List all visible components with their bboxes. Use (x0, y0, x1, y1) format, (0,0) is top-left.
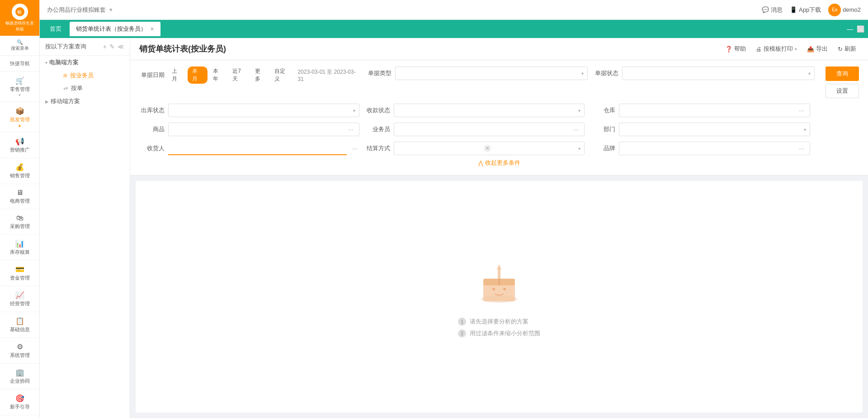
edit-scheme-button[interactable]: ✎ (109, 43, 115, 50)
doc-type-caret-icon: ▾ (581, 71, 584, 76)
sidebar-item-ecommerce[interactable]: 🖥 电商管理 (0, 184, 39, 209)
message-icon: 💬 (762, 6, 769, 13)
tip-text-1: 请先选择要分析的方案 (470, 318, 528, 326)
breadcrumb-arrow[interactable]: ▾ (109, 6, 113, 13)
sidebar-item-label: 营销推广 (10, 147, 30, 153)
tab-sales-stat[interactable]: 销货单统计表（按业务员） ✕ (70, 22, 160, 36)
tree-mobile-section[interactable]: ▶ 移动端方案 (40, 95, 130, 108)
collapse-panel-button[interactable]: ≪ (118, 43, 124, 50)
order-scheme-icon: ⇌ (63, 85, 68, 92)
tree-item-salesman[interactable]: 按 按业务员 (51, 69, 130, 82)
warehouse-dots[interactable]: ··· (797, 107, 806, 114)
sidebar-item-retail[interactable]: 🛒 零售管理 ▾ (0, 72, 39, 102)
sidebar-item-marketing[interactable]: 📢 营销推广 (0, 133, 39, 158)
topbar-left: 办公用品行业模拟账套 ▾ (47, 6, 113, 14)
right-panel: 销货单统计表(按业务员) ❓ 帮助 🖨 按模板打印 ▾ 📤 导出 (130, 38, 868, 418)
payment-status-caret-icon: ▾ (578, 108, 580, 113)
sidebar-item-basic[interactable]: 📋 基础信息 (0, 312, 39, 338)
query-button[interactable]: 查询 (826, 66, 859, 81)
consignee-input[interactable] (168, 142, 347, 155)
ecommerce-icon: 🖥 (16, 189, 24, 197)
doc-status-select[interactable]: ▾ (622, 66, 815, 80)
date-label: 单据日期 (139, 71, 165, 79)
empty-state: 1 请先选择要分析的方案 2 用过滤条件来缩小分析范围 (136, 181, 863, 413)
print-icon: 🖨 (756, 46, 762, 52)
date-tab-custom[interactable]: 自定义 (271, 66, 294, 84)
tree-arrow-icon: ▾ (45, 60, 47, 65)
sidebar-item-inventory[interactable]: 📊 库存核算 (0, 235, 39, 261)
out-status-select[interactable]: ▾ (168, 104, 359, 117)
download-label: App下载 (799, 6, 821, 14)
warehouse-select[interactable]: ··· (619, 104, 810, 117)
app-download-button[interactable]: 📱 App下载 (790, 6, 821, 14)
filter-doc-status-col: 单据状态 ▾ (593, 66, 815, 80)
newbie-icon: 🎯 (15, 394, 24, 403)
date-tab-last-month[interactable]: 上月 (168, 66, 186, 84)
brand-select[interactable]: ··· (619, 142, 810, 155)
sidebar-item-enterprise[interactable]: 🏢 企业协同 (0, 364, 39, 390)
sidebar-item-appstore[interactable]: 📱 应用中心 (0, 415, 39, 418)
app-logo: 畅 畅捷进销存生意 标版 (0, 0, 39, 36)
tree-item-order[interactable]: ⇌ 按单 (51, 82, 130, 95)
refresh-icon: ↻ (838, 46, 843, 52)
tree-pc-section[interactable]: ▾ 电脑端方案 (40, 56, 130, 69)
brand-dots[interactable]: ··· (797, 145, 806, 152)
product-select[interactable]: ··· (168, 123, 359, 136)
tab-close-icon[interactable]: ✕ (150, 26, 154, 32)
consignee-dots[interactable]: ··· (350, 145, 359, 152)
quick-nav-item[interactable]: 快捷导航 (8, 57, 32, 70)
minimize-icon[interactable]: — (847, 25, 853, 33)
search-menu[interactable]: 🔍 搜索菜单 (0, 36, 39, 56)
order-scheme-label: 按单 (71, 84, 83, 92)
collapse-filters-button[interactable]: ⋀ 收起更多条件 (139, 155, 859, 169)
product-dots[interactable]: ··· (346, 126, 355, 133)
sidebar-item-system[interactable]: ⚙ 系统管理 (0, 338, 39, 364)
print-label: 按模板打印 (764, 45, 793, 53)
filter-product-col: 商品 ··· (139, 123, 359, 136)
svg-point-9 (503, 288, 506, 290)
export-button[interactable]: 📤 导出 (804, 44, 830, 54)
sidebar-item-wholesale[interactable]: 📦 批发管理 ▲ (0, 102, 39, 133)
print-button[interactable]: 🖨 按模板打印 ▾ (753, 44, 800, 54)
date-tab-more[interactable]: 更多 (251, 66, 269, 84)
sidebar-item-newbie[interactable]: 🎯 新手引导 (0, 390, 39, 415)
message-button[interactable]: 💬 消息 (762, 6, 783, 14)
sidebar-item-sales[interactable]: 💰 销售管理 (0, 158, 39, 184)
logo-icon: 畅 (12, 4, 28, 20)
department-select[interactable]: ▾ (619, 123, 810, 136)
export-label: 导出 (816, 45, 828, 53)
doc-type-select[interactable]: ▾ (395, 66, 588, 80)
date-tab-last-7-days[interactable]: 近7天 (229, 66, 250, 84)
page-actions: ❓ 帮助 🖨 按模板打印 ▾ 📤 导出 ↻ 刷新 (722, 44, 859, 59)
payment-status-select[interactable]: ▾ (394, 104, 585, 117)
tab-home[interactable]: 首页 (43, 22, 68, 36)
salesman-select[interactable]: ··· (394, 123, 585, 136)
date-tab-current-year[interactable]: 本年 (209, 66, 227, 84)
add-scheme-button[interactable]: + (103, 43, 107, 50)
inventory-icon: 📊 (15, 239, 24, 248)
filter-settlement-col: 结算方式 ✕ ▾ (365, 142, 585, 155)
sidebar-item-label: 电商管理 (10, 198, 30, 204)
help-label: 帮助 (734, 45, 746, 53)
home-label: 首页 (50, 25, 61, 33)
settlement-clear-icon[interactable]: ✕ (484, 145, 491, 152)
filter-area: 单据日期 上月 本月 本年 近7天 更多 自定义 2023-03-01 至 20… (130, 60, 868, 176)
settings-button[interactable]: 设置 (826, 84, 859, 98)
salesman-dots[interactable]: ··· (572, 126, 581, 133)
purchase-icon: 🛍 (16, 214, 24, 222)
user-profile-button[interactable]: Ea demo2 (828, 4, 861, 16)
sidebar-item-label: 企业协同 (10, 378, 30, 385)
export-icon: 📤 (807, 46, 814, 52)
settlement-select[interactable]: ✕ ▾ (394, 142, 585, 155)
content-area: 按以下方案查询 + ✎ ≪ ▾ 电脑端方案 按 按业务员 ⇌ 按单 (40, 38, 868, 418)
date-tab-current-month[interactable]: 本月 (188, 66, 207, 84)
doc-type-label: 单据类型 (366, 69, 392, 77)
sidebar-item-purchase[interactable]: 🛍 采购管理 (0, 209, 39, 235)
salesman-scheme-icon: 按 (63, 73, 67, 79)
sidebar-item-finance[interactable]: 💳 资金管理 (0, 261, 39, 286)
sidebar-item-operation[interactable]: 📈 经营管理 (0, 286, 39, 312)
maximize-icon[interactable]: ⬜ (857, 25, 864, 33)
refresh-button[interactable]: ↻ 刷新 (835, 44, 859, 54)
help-button[interactable]: ❓ 帮助 (722, 44, 749, 54)
quick-nav-section: 快捷导航 (0, 56, 39, 72)
